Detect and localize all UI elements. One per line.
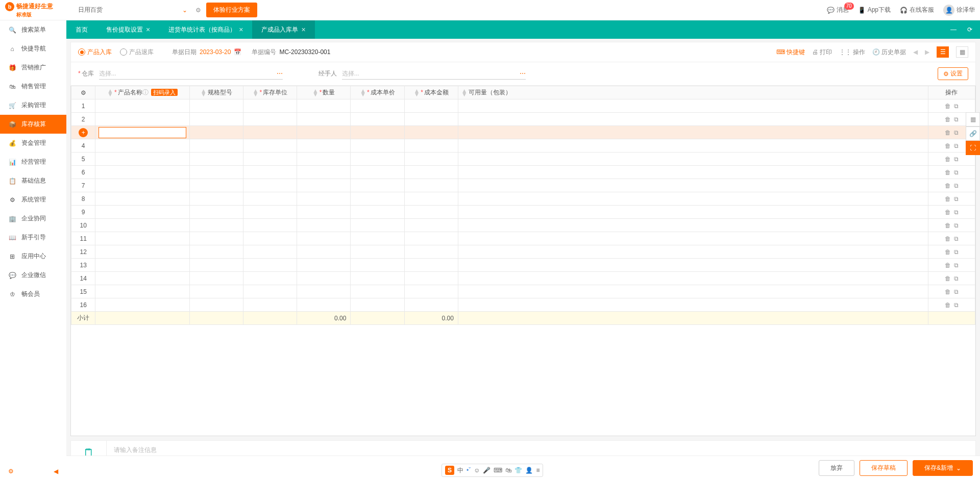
table-row[interactable]: 2🗑⧉ bbox=[71, 113, 975, 126]
table-row[interactable]: 8🗑⧉ bbox=[71, 192, 975, 206]
row-copy-icon[interactable]: ⧉ bbox=[954, 116, 959, 123]
right-tool-2[interactable]: 🔗 bbox=[966, 127, 980, 141]
sidebar-item-10[interactable]: 🏢企业协同 bbox=[0, 209, 66, 228]
history-link[interactable]: 🕘 历史单据 bbox=[872, 48, 906, 57]
row-delete-icon[interactable]: 🗑 bbox=[945, 156, 951, 163]
warehouse-more-icon[interactable]: ⋯ bbox=[277, 70, 283, 77]
table-row[interactable]: 7🗑⧉ bbox=[71, 179, 975, 192]
row-delete-icon[interactable]: 🗑 bbox=[945, 235, 951, 242]
row-copy-icon[interactable]: ⧉ bbox=[954, 169, 959, 176]
sidebar-item-14[interactable]: ♔畅会员 bbox=[0, 285, 66, 304]
app-download-button[interactable]: 📱App下载 bbox=[858, 6, 891, 14]
category-select[interactable]: 日用百货 ⌄ bbox=[74, 4, 191, 16]
row-delete-icon[interactable]: 🗑 bbox=[945, 248, 951, 256]
view-list-button[interactable]: ☰ bbox=[937, 46, 949, 58]
warehouse-select[interactable]: 选择...⋯ bbox=[99, 68, 283, 80]
right-tool-expand[interactable]: ⛶ bbox=[966, 141, 980, 155]
hotkey-link[interactable]: ⌨ 快捷键 bbox=[776, 48, 805, 57]
handler-more-icon[interactable]: ⋯ bbox=[520, 70, 526, 77]
col-available[interactable]: ▲▼可用量（包装） bbox=[458, 86, 928, 99]
col-settings[interactable]: ⚙ bbox=[71, 86, 95, 99]
sidebar-item-8[interactable]: 📋基础信息 bbox=[0, 171, 66, 190]
row-copy-icon[interactable]: ⧉ bbox=[954, 262, 959, 269]
col-product-name[interactable]: ▲▼*产品名称ⓘ 扫码录入 bbox=[95, 86, 189, 99]
ops-link[interactable]: ⋮⋮ 操作 bbox=[839, 48, 865, 57]
sidebar-item-5[interactable]: 📦库存核算 bbox=[0, 115, 66, 134]
try-solution-button[interactable]: 体验行业方案 bbox=[206, 3, 257, 17]
category-gear-icon[interactable]: ⚙ bbox=[195, 7, 201, 14]
right-tool-1[interactable]: ▦ bbox=[966, 112, 980, 127]
table-row[interactable]: +🗑⧉ bbox=[71, 126, 975, 139]
add-row-button[interactable]: + bbox=[79, 128, 88, 137]
table-row[interactable]: 16🗑⧉ bbox=[71, 298, 975, 312]
row-delete-icon[interactable]: 🗑 bbox=[945, 209, 951, 216]
row-copy-icon[interactable]: ⧉ bbox=[954, 248, 959, 256]
tab-close-icon[interactable]: × bbox=[301, 26, 305, 34]
tab-minimize-button[interactable]: — bbox=[947, 23, 960, 36]
row-copy-icon[interactable]: ⧉ bbox=[954, 275, 959, 282]
table-row[interactable]: 11🗑⧉ bbox=[71, 232, 975, 245]
row-copy-icon[interactable]: ⧉ bbox=[954, 222, 959, 229]
row-copy-icon[interactable]: ⧉ bbox=[954, 195, 959, 203]
sidebar-item-1[interactable]: ⌂快捷导航 bbox=[0, 39, 66, 58]
sidebar-item-4[interactable]: 🛒采购管理 bbox=[0, 96, 66, 115]
tab-close-icon[interactable]: × bbox=[146, 26, 150, 34]
col-price[interactable]: ▲▼*成本单价 bbox=[351, 86, 404, 99]
scan-button[interactable]: 扫码录入 bbox=[151, 89, 178, 96]
next-icon[interactable]: ▶ bbox=[925, 48, 929, 56]
messages-button[interactable]: 💬消息 70 bbox=[827, 6, 849, 14]
service-button[interactable]: 🎧在线客服 bbox=[900, 6, 934, 14]
sidebar-item-6[interactable]: 💰资金管理 bbox=[0, 134, 66, 153]
table-row[interactable]: 9🗑⧉ bbox=[71, 206, 975, 219]
table-row[interactable]: 14🗑⧉ bbox=[71, 272, 975, 285]
discard-button[interactable]: 放弃 bbox=[819, 460, 854, 476]
save-draft-button[interactable]: 保存草稿 bbox=[860, 460, 908, 476]
sidebar-item-13[interactable]: 💬企业微信 bbox=[0, 266, 66, 285]
table-row[interactable]: 6🗑⧉ bbox=[71, 166, 975, 179]
row-delete-icon[interactable]: 🗑 bbox=[945, 182, 951, 189]
radio-product-in[interactable]: 产品入库 bbox=[78, 48, 112, 57]
sidebar-gear-icon[interactable]: ⚙ bbox=[8, 468, 14, 475]
radio-product-out[interactable]: 产品退库 bbox=[120, 48, 154, 57]
sidebar-item-9[interactable]: ⚙系统管理 bbox=[0, 190, 66, 209]
row-copy-icon[interactable]: ⧉ bbox=[954, 182, 959, 189]
row-copy-icon[interactable]: ⧉ bbox=[954, 301, 959, 309]
row-delete-icon[interactable]: 🗑 bbox=[945, 275, 951, 282]
row-copy-icon[interactable]: ⧉ bbox=[954, 288, 959, 295]
view-card-button[interactable]: ▦ bbox=[956, 46, 968, 58]
sidebar-item-2[interactable]: 🎁营销推广 bbox=[0, 58, 66, 77]
calendar-icon[interactable]: 📅 bbox=[234, 48, 241, 56]
sidebar-item-12[interactable]: ⊞应用中心 bbox=[0, 247, 66, 266]
col-spec[interactable]: ▲▼规格型号 bbox=[189, 86, 243, 99]
row-delete-icon[interactable]: 🗑 bbox=[945, 195, 951, 203]
prev-icon[interactable]: ◀ bbox=[913, 48, 918, 56]
row-delete-icon[interactable]: 🗑 bbox=[945, 301, 951, 309]
ime-toolbar[interactable]: S 中 •ˇ☺🎤⌨🛍👕👤≡ bbox=[442, 464, 543, 477]
col-unit[interactable]: ▲▼*库存单位 bbox=[243, 86, 297, 99]
tab-0[interactable]: 首页 bbox=[66, 20, 97, 39]
row-copy-icon[interactable]: ⧉ bbox=[954, 235, 959, 242]
table-row[interactable]: 13🗑⧉ bbox=[71, 259, 975, 272]
tab-1[interactable]: 售价提取设置× bbox=[97, 20, 159, 39]
tab-close-icon[interactable]: × bbox=[239, 26, 243, 34]
row-delete-icon[interactable]: 🗑 bbox=[945, 288, 951, 295]
tab-refresh-button[interactable]: ⟳ bbox=[964, 23, 976, 36]
row-delete-icon[interactable]: 🗑 bbox=[945, 169, 951, 176]
row-delete-icon[interactable]: 🗑 bbox=[945, 142, 951, 149]
col-amt[interactable]: ▲▼*成本金额 bbox=[404, 86, 458, 99]
sidebar-item-0[interactable]: 🔍搜索菜单 bbox=[0, 20, 66, 39]
product-name-input[interactable] bbox=[99, 127, 186, 138]
table-row[interactable]: 5🗑⧉ bbox=[71, 153, 975, 166]
row-copy-icon[interactable]: ⧉ bbox=[954, 129, 959, 136]
sidebar-collapse-icon[interactable]: ◀ bbox=[54, 468, 58, 475]
row-copy-icon[interactable]: ⧉ bbox=[954, 142, 959, 149]
table-row[interactable]: 1🗑⧉ bbox=[71, 99, 975, 113]
row-copy-icon[interactable]: ⧉ bbox=[954, 156, 959, 163]
row-delete-icon[interactable]: 🗑 bbox=[945, 262, 951, 269]
tab-3[interactable]: 产成品入库单× bbox=[252, 20, 314, 39]
print-link[interactable]: 🖨 打印 bbox=[812, 48, 832, 57]
row-delete-icon[interactable]: 🗑 bbox=[945, 129, 951, 136]
handler-select[interactable]: 选择...⋯ bbox=[342, 68, 526, 80]
table-row[interactable]: 4🗑⧉ bbox=[71, 139, 975, 153]
user-menu[interactable]: 👤徐泽华 bbox=[943, 5, 975, 16]
